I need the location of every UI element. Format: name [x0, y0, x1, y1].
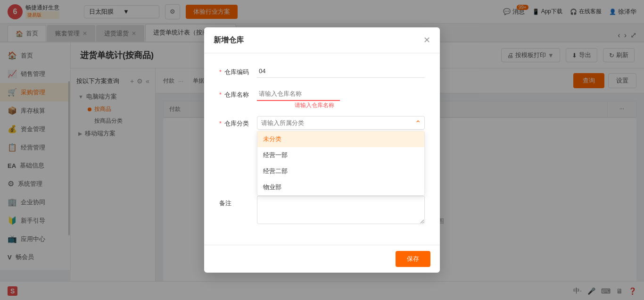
modal-footer: 保存 — [204, 245, 440, 273]
name-required-star: * — [219, 91, 222, 98]
modal-header: 新增仓库 ✕ — [204, 27, 440, 53]
category-label: * 仓库分类 — [219, 116, 257, 128]
category-dropdown: 未分类 经营一部 经营二部 物业部 — [257, 131, 425, 196]
modal-title: 新增仓库 — [214, 35, 244, 45]
form-row-name: * 仓库名称 请输入仓库名称 — [219, 87, 425, 101]
code-label: * 仓库编码 — [219, 65, 257, 76]
dropdown-item-ops2[interactable]: 经营二部 — [257, 163, 424, 179]
code-input[interactable] — [257, 65, 425, 78]
modal-body: * 仓库编码 * 仓库名称 请输入仓库名称 * — [204, 53, 440, 245]
name-error-msg: 请输入仓库名称 — [295, 101, 334, 109]
name-field-wrapper: 请输入仓库名称 — [257, 87, 425, 101]
category-arrow-icon[interactable]: ⌃ — [415, 118, 421, 127]
dropdown-item-property[interactable]: 物业部 — [257, 179, 424, 195]
category-required-star: * — [219, 120, 222, 127]
name-input[interactable] — [257, 87, 340, 101]
new-warehouse-modal: 新增仓库 ✕ * 仓库编码 * 仓库名称 请输入仓库名称 — [204, 27, 440, 273]
dropdown-item-ops1[interactable]: 经营一部 — [257, 147, 424, 163]
note-textarea[interactable] — [257, 196, 425, 224]
note-label: 备注 — [219, 196, 257, 208]
category-input[interactable] — [257, 116, 425, 130]
code-required-star: * — [219, 68, 222, 75]
form-row-note: 备注 — [219, 196, 425, 224]
category-select-wrapper: ⌃ 未分类 经营一部 经营二部 物业部 — [257, 116, 425, 130]
modal-close-button[interactable]: ✕ — [423, 35, 430, 45]
form-row-code: * 仓库编码 — [219, 65, 425, 78]
dropdown-item-unclassified[interactable]: 未分类 — [257, 131, 424, 147]
form-row-category: * 仓库分类 ⌃ 未分类 经营一部 经营二部 物业部 — [219, 116, 425, 130]
modal-overlay: 新增仓库 ✕ * 仓库编码 * 仓库名称 请输入仓库名称 — [0, 0, 644, 300]
save-button[interactable]: 保存 — [396, 251, 430, 267]
name-label: * 仓库名称 — [219, 87, 257, 99]
